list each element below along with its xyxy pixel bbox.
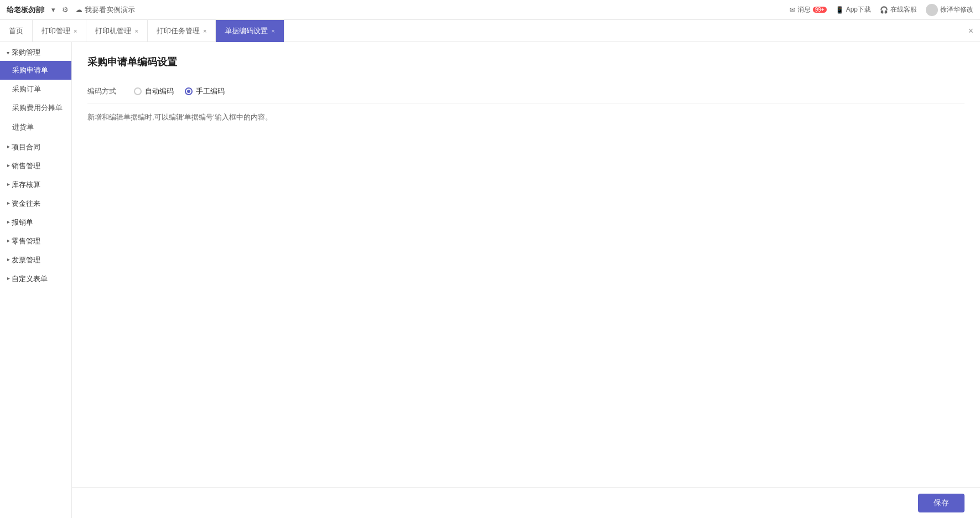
tab-print-task-mgmt-close[interactable]: × (203, 28, 206, 34)
chevron-retail: ▾ (5, 240, 11, 242)
radio-auto-circle (134, 87, 142, 95)
sidebar-group-custom-form[interactable]: ▾ 自定义表单 (0, 268, 71, 287)
content-body: 采购申请单编码设置 编码方式 自动编码 手工编码 (72, 42, 980, 487)
page-title: 采购申请单编码设置 (87, 55, 965, 69)
tabbar: 首页 打印管理 × 打印机管理 × 打印任务管理 × 单据编码设置 × × (0, 20, 980, 42)
sidebar-item-purchase-expense[interactable]: 采购费用分摊单 (0, 99, 71, 117)
demo-cloud-icon: ☁ (75, 6, 82, 14)
chevron-capital: ▾ (5, 202, 11, 205)
sidebar-item-purchase-order-label: 采购订单 (12, 85, 41, 93)
brand-label: 给老板勿割! (7, 5, 45, 15)
content-footer: 保存 (72, 487, 980, 518)
chevron-custom-form: ▾ (5, 277, 11, 280)
support-label: 在线客服 (890, 5, 917, 14)
sidebar-group-purchase-items: 采购申请单 采购订单 采购费用分摊单 进货单 (0, 61, 71, 137)
topbar: 给老板勿割! ▾ ⚙ ☁ 我要看实例演示 ✉ 消息 99+ 📱 App下载 🎧 … (0, 0, 980, 20)
sidebar-group-custom-form-label: 自定义表单 (12, 274, 48, 284)
sidebar-item-purchase-request-label: 采购申请单 (12, 66, 48, 74)
chevron-inventory: ▾ (5, 183, 11, 186)
radio-manual[interactable]: 手工编码 (185, 86, 225, 96)
tab-single-code-label: 单据编码设置 (225, 26, 268, 36)
topbar-right: ✉ 消息 99+ 📱 App下载 🎧 在线客服 徐泽华修改 (790, 4, 973, 16)
message-icon: ✉ (790, 6, 795, 14)
sidebar-group-purchase[interactable]: ▾ 采购管理 (0, 42, 71, 61)
radio-manual-label: 手工编码 (196, 86, 225, 96)
dropdown-icon[interactable]: ▾ (51, 6, 55, 14)
sidebar: ▾ 采购管理 采购申请单 采购订单 采购费用分摊单 进货单 ▾ 项目合同 ▾ 销 (0, 42, 72, 518)
hint-text: 新增和编辑单据编时,可以编辑'单据编号'输入框中的内容。 (87, 112, 965, 122)
sidebar-group-inventory-label: 库存核算 (12, 180, 40, 190)
tab-home-label: 首页 (9, 26, 23, 36)
encoding-label: 编码方式 (87, 86, 121, 96)
radio-manual-circle (185, 87, 193, 95)
support-icon: 🎧 (880, 6, 888, 14)
radio-auto[interactable]: 自动编码 (134, 86, 174, 96)
encoding-section: 编码方式 自动编码 手工编码 新增和编辑单据编时,可以编辑'单据编号'输入框中的… (87, 80, 965, 122)
tab-single-code-close[interactable]: × (271, 28, 274, 34)
sidebar-group-returns-label: 报销单 (12, 217, 33, 227)
sidebar-group-sales[interactable]: ▾ 销售管理 (0, 156, 71, 174)
sidebar-item-purchase-expense-label: 采购费用分摊单 (12, 103, 63, 112)
message-btn[interactable]: ✉ 消息 99+ (790, 5, 827, 14)
settings-icon[interactable]: ⚙ (62, 6, 69, 14)
tab-single-code-settings[interactable]: 单据编码设置 × (216, 20, 284, 42)
demo-label: 我要看实例演示 (85, 5, 135, 15)
tab-print-mgmt-close[interactable]: × (74, 28, 77, 34)
app-download-icon: 📱 (836, 6, 844, 14)
tab-print-mgmt-label: 打印管理 (42, 26, 70, 36)
online-support-btn[interactable]: 🎧 在线客服 (880, 5, 917, 14)
demo-link[interactable]: ☁ 我要看实例演示 (75, 5, 135, 15)
user-profile-btn[interactable]: 徐泽华修改 (926, 4, 973, 16)
tab-home[interactable]: 首页 (0, 20, 33, 42)
chevron-purchase: ▾ (7, 50, 9, 56)
sidebar-group-invoice[interactable]: ▾ 发票管理 (0, 250, 71, 268)
sidebar-group-project-contract[interactable]: ▾ 项目合同 (0, 137, 71, 156)
encoding-row: 编码方式 自动编码 手工编码 (87, 80, 965, 103)
topbar-left: 给老板勿割! ▾ ⚙ ☁ 我要看实例演示 (7, 5, 135, 15)
sidebar-item-purchase-request[interactable]: 采购申请单 (0, 61, 71, 80)
app-download-btn[interactable]: 📱 App下载 (836, 5, 871, 14)
tab-printer-mgmt[interactable]: 打印机管理 × (86, 20, 147, 42)
chevron-returns: ▾ (5, 221, 11, 224)
sidebar-item-stock-in[interactable]: 进货单 (0, 118, 71, 137)
chevron-sales: ▾ (5, 164, 11, 167)
save-button[interactable]: 保存 (918, 494, 965, 512)
sidebar-group-purchase-label: 采购管理 (12, 48, 40, 58)
content-area: 采购申请单编码设置 编码方式 自动编码 手工编码 (72, 42, 980, 518)
sidebar-group-sales-label: 销售管理 (12, 161, 40, 171)
sidebar-item-purchase-order[interactable]: 采购订单 (0, 80, 71, 99)
sidebar-group-project-contract-label: 项目合同 (12, 142, 40, 152)
chevron-project-contract: ▾ (5, 146, 11, 148)
sidebar-item-stock-in-label: 进货单 (12, 123, 34, 131)
sidebar-group-capital[interactable]: ▾ 资金往来 (0, 193, 71, 212)
user-name: 徐泽华修改 (940, 5, 973, 14)
tab-printer-mgmt-close[interactable]: × (134, 28, 138, 34)
tab-print-task-mgmt-label: 打印任务管理 (157, 26, 200, 36)
chevron-invoice: ▾ (5, 258, 11, 261)
main-layout: ▾ 采购管理 采购申请单 采购订单 采购费用分摊单 进货单 ▾ 项目合同 ▾ 销 (0, 42, 980, 518)
sidebar-group-retail-label: 零售管理 (12, 236, 40, 246)
sidebar-group-retail[interactable]: ▾ 零售管理 (0, 231, 71, 250)
tab-printer-mgmt-label: 打印机管理 (95, 26, 131, 36)
app-download-label: App下载 (846, 5, 871, 14)
close-all-icon[interactable]: × (968, 26, 973, 36)
sidebar-group-inventory[interactable]: ▾ 库存核算 (0, 174, 71, 193)
radio-auto-label: 自动编码 (145, 86, 174, 96)
sidebar-group-invoice-label: 发票管理 (12, 255, 40, 265)
message-badge: 99+ (813, 7, 827, 13)
sidebar-group-capital-label: 资金往来 (12, 199, 40, 209)
tab-print-mgmt[interactable]: 打印管理 × (33, 20, 86, 42)
tab-print-task-mgmt[interactable]: 打印任务管理 × (148, 20, 216, 42)
radio-group: 自动编码 手工编码 (134, 86, 225, 96)
avatar (926, 4, 938, 16)
sidebar-group-returns[interactable]: ▾ 报销单 (0, 212, 71, 231)
message-label: 消息 (797, 5, 811, 14)
